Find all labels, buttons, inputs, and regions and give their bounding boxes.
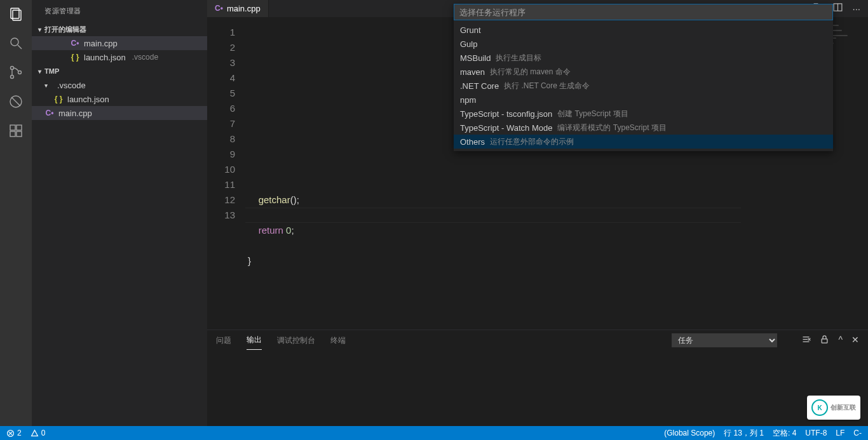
quick-pick-label: .NET Core (460, 81, 499, 91)
svg-rect-9 (10, 125, 15, 130)
code-token: getchar (259, 194, 290, 205)
quick-pick-item[interactable]: maven执行常见的 maven 命令 (454, 65, 833, 79)
svg-rect-11 (10, 131, 15, 137)
panel-close-icon[interactable]: ✕ (851, 335, 859, 346)
workspace-label: TMP (44, 67, 59, 75)
json-file-icon: { } (70, 53, 80, 62)
open-editor-main-cpp[interactable]: C• main.cpp (32, 36, 207, 50)
quick-pick-desc: 创建 TypeScript 项目 (557, 109, 628, 119)
quick-pick-desc: 执行生成目标 (496, 53, 541, 63)
status-warnings[interactable]: 0 (31, 429, 46, 437)
editor-group: C• main.cpp ··· 12345678910111213 (207, 0, 868, 426)
errors-count: 2 (17, 429, 22, 437)
warnings-count: 0 (41, 429, 46, 437)
tab-label: main.cpp (227, 4, 261, 13)
quick-pick: GruntGulpMSBuild执行生成目标maven执行常见的 maven 命… (454, 4, 833, 151)
cpp-file-icon: C• (44, 109, 55, 117)
tree-file-launch-json[interactable]: { } launch.json (32, 92, 207, 106)
quick-pick-item[interactable]: MSBuild执行生成目标 (454, 51, 833, 65)
svg-point-6 (18, 71, 22, 74)
cpp-file-icon: C• (215, 4, 223, 13)
panel-tab-problems[interactable]: 问题 (216, 331, 231, 350)
quick-pick-item[interactable]: npm (454, 93, 833, 107)
quick-pick-desc: 运行任意外部命令的示例 (490, 137, 574, 147)
chevron-down-icon: ▾ (34, 26, 44, 33)
code-token: ; (291, 225, 294, 236)
quick-pick-label: TypeScript - tsconfig.json (460, 109, 552, 119)
status-ln-col[interactable]: 行 13，列 1 (724, 428, 764, 439)
quick-pick-label: maven (460, 67, 485, 77)
quick-pick-label: npm (460, 95, 476, 105)
svg-line-3 (18, 45, 22, 49)
chevron-down-icon: ▾ (34, 68, 44, 75)
panel-maximize-icon[interactable]: ^ (838, 335, 843, 346)
search-icon[interactable] (7, 34, 25, 52)
sidebar-title: 资源管理器 (32, 0, 207, 22)
lock-scroll-icon[interactable] (820, 335, 829, 346)
output-channel-select[interactable]: 任务 (672, 333, 777, 347)
watermark-badge: K 创新互联 (807, 396, 860, 420)
folder-label: .vscode (57, 81, 86, 90)
debug-icon[interactable] (7, 93, 25, 110)
quick-pick-desc: 执行 .NET Core 生成命令 (504, 81, 590, 91)
open-editors-label: 打开的编辑器 (44, 25, 86, 34)
code-token: return (259, 225, 283, 236)
tab-main-cpp[interactable]: C• main.cpp (207, 0, 269, 17)
panel-body[interactable] (207, 351, 868, 426)
extensions-icon[interactable] (7, 122, 25, 140)
clear-output-icon[interactable] (801, 335, 811, 346)
svg-rect-22 (822, 339, 828, 343)
status-eol[interactable]: LF (836, 429, 844, 437)
quick-pick-item[interactable]: Grunt (454, 23, 833, 37)
code-token: (); (290, 194, 299, 205)
quick-pick-input[interactable] (454, 4, 833, 20)
quick-pick-list: GruntGulpMSBuild执行生成目标maven执行常见的 maven 命… (454, 20, 833, 151)
code-indent (248, 194, 259, 205)
explorer-sidebar: 资源管理器 ▾ 打开的编辑器 C• main.cpp { } launch.js… (32, 0, 207, 426)
file-label: main.cpp (84, 39, 118, 48)
split-editor-icon[interactable] (832, 2, 843, 15)
status-encoding[interactable]: UTF-8 (805, 429, 827, 437)
bottom-panel: 问题 输出 调试控制台 终端 任务 ^ (207, 330, 868, 426)
quick-pick-desc: 执行常见的 maven 命令 (490, 67, 571, 77)
explorer-icon[interactable] (7, 5, 25, 23)
quick-pick-label: MSBuild (460, 53, 491, 63)
status-scope[interactable]: (Global Scope) (664, 429, 715, 437)
workspace-header[interactable]: ▾ TMP (32, 64, 207, 78)
quick-pick-item[interactable]: TypeScript - Watch Mode编译观看模式的 TypeScrip… (454, 121, 833, 135)
status-bar: 2 0 (Global Scope) 行 13，列 1 空格: 4 UTF-8 … (0, 426, 868, 440)
open-editor-launch-json[interactable]: { } launch.json .vscode (32, 50, 207, 64)
panel-tab-terminal[interactable]: 终端 (330, 331, 346, 350)
tree-file-main-cpp[interactable]: C• main.cpp (32, 106, 207, 120)
more-icon[interactable]: ··· (852, 3, 860, 14)
json-file-icon: { } (53, 95, 64, 103)
status-errors[interactable]: 2 (6, 429, 22, 437)
quick-pick-item[interactable]: Gulp (454, 37, 833, 51)
status-spaces[interactable]: 空格: 4 (773, 428, 796, 439)
code-line: } (248, 253, 804, 269)
cpp-file-icon: C• (70, 39, 80, 48)
svg-point-5 (11, 76, 14, 79)
source-control-icon[interactable] (7, 63, 25, 81)
quick-pick-item[interactable]: .NET Core执行 .NET Core 生成命令 (454, 79, 833, 93)
svg-rect-10 (17, 125, 22, 130)
quick-pick-item[interactable]: Others运行任意外部命令的示例 (454, 135, 833, 149)
line-gutter: 12345678910111213 (207, 17, 245, 330)
svg-point-4 (11, 67, 14, 70)
svg-rect-12 (17, 131, 22, 137)
svg-line-8 (11, 97, 20, 106)
file-label: main.cpp (58, 109, 92, 118)
quick-pick-label: Gulp (460, 39, 477, 49)
quick-pick-label: TypeScript - Watch Mode (460, 123, 552, 133)
panel-tab-output[interactable]: 输出 (247, 331, 262, 350)
panel-tab-debug-console[interactable]: 调试控制台 (277, 331, 315, 350)
tree-folder-vscode[interactable]: ▾ .vscode (32, 78, 207, 92)
code-indent (248, 225, 259, 236)
panel-tabs: 问题 输出 调试控制台 终端 任务 ^ (207, 330, 868, 351)
quick-pick-label: Others (460, 137, 485, 147)
file-label: launch.json (84, 53, 126, 62)
open-editors-header[interactable]: ▾ 打开的编辑器 (32, 22, 207, 36)
quick-pick-item[interactable]: TypeScript - tsconfig.json创建 TypeScript … (454, 107, 833, 121)
file-label: launch.json (67, 95, 109, 104)
status-language[interactable]: C- (853, 429, 862, 437)
